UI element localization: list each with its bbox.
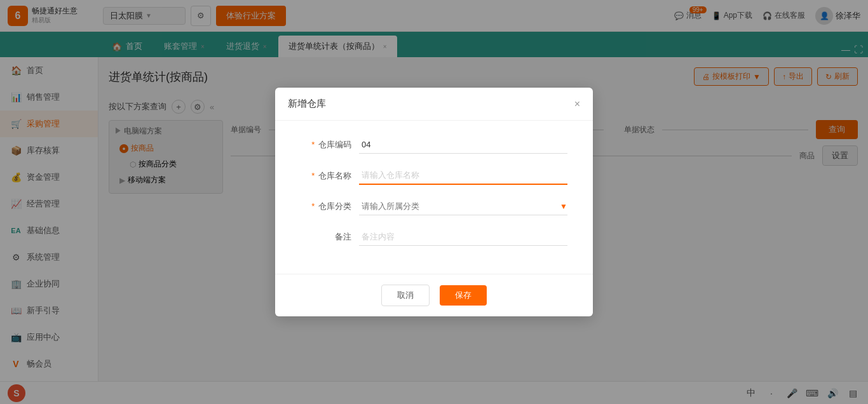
form-label-name: * 仓库名称 — [301, 170, 351, 182]
select-arrow-icon[interactable]: ▼ — [560, 202, 567, 211]
form-row-name: * 仓库名称 — [301, 166, 567, 185]
warehouse-name-input[interactable] — [359, 166, 567, 185]
required-star-category: * — [311, 201, 315, 211]
modal-overlay: 新增仓库 × * 仓库编码 * 仓库名称 — [0, 0, 868, 404]
note-input[interactable] — [359, 228, 567, 246]
modal-title: 新增仓库 — [288, 98, 326, 110]
form-label-note: 备注 — [301, 231, 351, 243]
form-label-code: * 仓库编码 — [301, 139, 351, 151]
form-row-category: * 仓库分类 ▼ — [301, 198, 567, 215]
category-select-wrapper: ▼ — [359, 198, 567, 215]
modal-header: 新增仓库 × — [275, 88, 593, 121]
cancel-button[interactable]: 取消 — [381, 285, 430, 306]
save-button[interactable]: 保存 — [440, 285, 487, 306]
form-row-note: 备注 — [301, 228, 567, 246]
warehouse-code-input[interactable] — [359, 136, 567, 154]
required-star-name: * — [311, 171, 315, 180]
required-star-code: * — [311, 140, 315, 149]
modal-new-warehouse: 新增仓库 × * 仓库编码 * 仓库名称 — [275, 88, 593, 316]
form-label-category: * 仓库分类 — [301, 201, 351, 212]
category-input[interactable] — [359, 198, 560, 215]
modal-footer: 取消 保存 — [275, 274, 593, 316]
modal-body: * 仓库编码 * 仓库名称 * 仓库分类 — [275, 121, 593, 274]
modal-close-button[interactable]: × — [574, 98, 580, 110]
form-row-code: * 仓库编码 — [301, 136, 567, 154]
